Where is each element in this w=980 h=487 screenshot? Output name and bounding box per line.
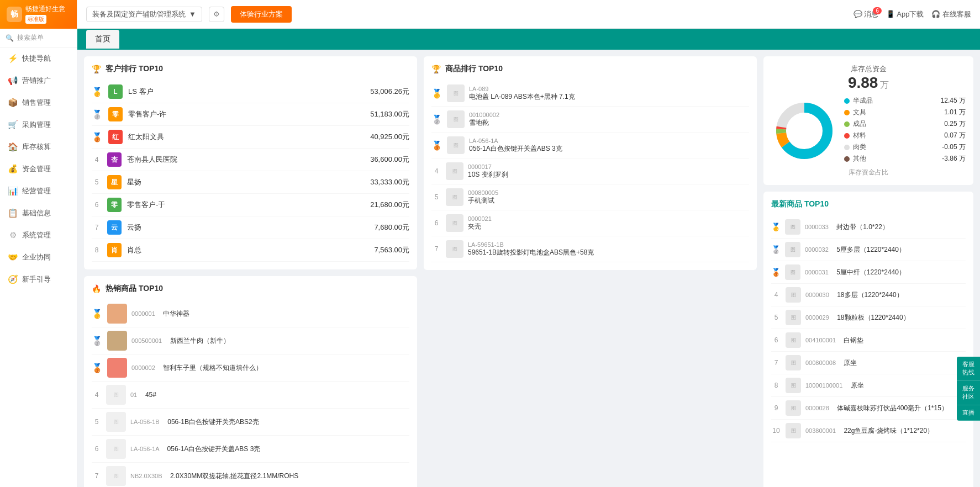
product-list-item: 4 图 0000017 10S 变刹罗刹 [431,158,749,184]
customer-avatar: 红 [108,130,123,144]
new-product-item: 4 图 0000030 18多层（1220*2440） [771,284,966,306]
sidebar-item-sales[interactable]: 📦 销售管理 [0,92,77,114]
product-thumb [107,358,127,378]
sidebar-item-label: 快捷导航 [22,54,51,63]
np-name: 原坐 [851,382,864,389]
np-info: 0000033 封边带（1.0*22） [805,223,966,232]
fire-icon: 🔥 [92,284,101,293]
product-info: LA-59651-1B 59651-1B旋转投影灯电池盒ABS黑色+58克 [468,241,749,257]
sale-info: 01 45# [130,390,409,399]
rank-number: 5 [92,418,102,426]
customer-name: 星扬 [127,177,365,187]
customer-amount: 40,925.00元 [370,132,409,142]
hot-product-item: 🥈 000500001 新西兰牛肉（新牛） [92,327,409,354]
new-product-item: 8 图 10000100001 原坐 [771,374,966,397]
legend-item-roulei: 肉类 -0.05 万 [844,142,966,152]
customer-amount: 36,600.00元 [370,155,409,165]
sale-name: 2.0X30MM双搓花轴,搓花直径2.1MM/ROHS [170,472,298,480]
rank-number: 8 [92,246,102,254]
customer-name: 零售客户-于 [127,200,365,210]
sidebar-item-finance[interactable]: 💰 资金管理 [0,158,77,180]
hot-product-list: 🥇 0000001 中华神器 🥈 000500001 新西兰牛肉（新牛） 🥉 0… [92,300,409,487]
np-code: 0000029 [805,314,835,321]
message-button[interactable]: 💬 6 消息 [853,9,879,19]
system-name: 装备及固定资产辅助管理系统 [92,9,186,19]
tab-home[interactable]: 首页 [86,30,119,49]
np-thumb: 图 [785,219,800,235]
legend-dot [844,156,850,162]
ops-icon: 📊 [8,186,18,196]
base-icon: 📋 [8,208,18,218]
tab-home-label: 首页 [95,34,110,43]
np-code: 0000030 [805,292,835,298]
customer-ranking-title: 🏆 客户排行 TOP10 [92,64,409,74]
online-service-button[interactable]: 🎧 在线客服 [931,9,971,19]
trial-button[interactable]: 体验行业方案 [231,6,292,23]
product-info: 0000017 10S 变刹罗刹 [468,163,749,179]
new-product-item: 🥈 图 0000032 5厘多层（1220*2440） [771,239,966,261]
sidebar-item-quick-nav[interactable]: ⚡ 快捷导航 [0,47,77,70]
sidebar-item-coop[interactable]: 🤝 企业协同 [0,246,77,268]
customer-amount: 7,563.00元 [374,245,409,255]
rank-number: 6 [92,445,102,453]
sidebar-search[interactable]: 🔍 搜索菜单 [0,29,77,47]
customer-list-item: 8 肖 肖总 7,563.00元 [92,239,409,262]
product-list-item: 7 图 LA-59651-1B 59651-1B旋转投影灯电池盒ABS黑色+58… [431,236,749,262]
product-thumb [107,304,127,324]
product-code: LA-089 [469,86,749,92]
float-live-btn[interactable]: 直播 [957,405,980,421]
rank-number: 10 [771,427,781,435]
customer-list-item: 🥈 零 零售客户-许 51,183.00元 [92,103,409,126]
product-thumb: 图 [106,466,126,486]
legend-dot [844,121,850,127]
rank-number: 9 [771,404,781,412]
float-community-btn[interactable]: 服务社区 [957,381,980,405]
rank-medal: 🥇 [92,87,103,97]
new-products-panel: 最新商品 TOP10 🥇 图 0000033 封边带（1.0*22） 🥈 图 0… [763,192,973,487]
sidebar-item-label: 库存核算 [22,142,51,152]
customer-avatar: L [108,84,123,99]
np-name: 22g鱼豆腐-烧烤味（1*12*20） [844,427,934,435]
product-ranking-panel: 🏆 商品排行 TOP10 🥇 图 LA-089 电池盖 LA-089 ABS本色… [424,56,757,270]
sidebar-item-guide[interactable]: 🧭 新手引导 [0,268,77,290]
customer-name: 红太阳文具 [128,132,365,142]
app-download-button[interactable]: 📱 App下载 [886,9,924,19]
customer-name: 肖总 [127,245,368,255]
sys-icon: ⚙ [8,230,18,240]
sidebar-item-purchase[interactable]: 🛒 采购管理 [0,114,77,136]
sale-code: LA-056-1A [130,446,165,452]
product-name: 10S 变刹罗刹 [468,170,749,179]
np-name: 原坐 [844,359,857,367]
sidebar-item-inventory[interactable]: 🏠 库存核算 [0,136,77,158]
logo-title: 畅捷通好生意 [25,5,65,14]
np-name: 5厘多层（1220*2440） [836,246,905,253]
sidebar-item-marketing[interactable]: 📢 营销推广 [0,70,77,92]
new-product-item: 9 图 0000028 体碱嘉枝味苏打饮品400毫升（1*15） [771,397,966,420]
sale-code: 000500001 [131,337,168,344]
product-thumb [107,331,127,351]
finance-icon: 💰 [8,164,18,174]
sale-info: 0000001 中华神器 [131,309,409,319]
sidebar-item-ops[interactable]: 📊 经营管理 [0,180,77,202]
sales-icon: 📦 [8,98,18,108]
np-code: 10000100001 [805,382,849,389]
hot-product-item: 5 图 LA-056-1B 056-1B白色按键开关壳ABS2壳 [92,409,409,436]
sidebar-item-label: 系统管理 [22,230,51,240]
sidebar-item-base[interactable]: 📋 基础信息 [0,202,77,224]
np-thumb: 图 [786,423,801,438]
system-selector[interactable]: 装备及固定资产辅助管理系统 ▼ [86,7,202,22]
rank-number: 4 [431,167,441,175]
np-name: 18多层（1220*2440） [837,291,903,299]
customer-amount: 21,680.00元 [370,200,409,210]
settings-icon[interactable]: ⚙ [209,7,224,22]
sidebar-item-sys[interactable]: ⚙ 系统管理 [0,224,77,246]
legend-dot [844,133,850,139]
hot-product-item: 6 图 LA-056-1A 056-1A白色按键开关盖ABS 3壳 [92,436,409,463]
sale-code: 0000002 [131,364,161,371]
np-info: 003800001 22g鱼豆腐-烧烤味（1*12*20） [805,426,966,436]
np-thumb: 图 [786,287,801,303]
sale-code: 01 [130,391,143,398]
rank-number: 7 [92,224,102,231]
float-service-btn[interactable]: 客服热线 [957,357,980,381]
new-product-item: 5 图 0000029 18颗粒板（1220*2440） [771,306,966,329]
